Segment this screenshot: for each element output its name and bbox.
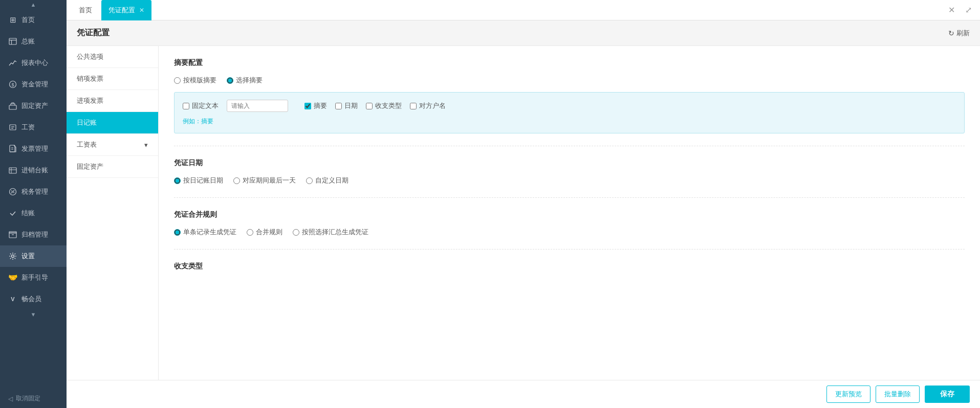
sidebar-item-payroll[interactable]: 工资 <box>0 117 67 138</box>
left-nav-item-label: 公共选项 <box>77 52 103 61</box>
left-nav-item-journal[interactable]: 日记账 <box>67 112 158 134</box>
radio-merge-rules-label: 合并规则 <box>256 228 282 237</box>
checkbox-fixed-text[interactable]: 固定文本 <box>183 101 219 110</box>
sidebar-item-reports[interactable]: 报表中心 <box>0 52 67 74</box>
svg-rect-12 <box>9 168 16 173</box>
update-preview-button[interactable]: 更新预览 <box>826 386 870 403</box>
radio-merge-rules[interactable]: 合并规则 <box>247 228 282 237</box>
sidebar-item-label: 首页 <box>21 15 35 25</box>
sidebar-item-funds[interactable]: $ 资金管理 <box>0 74 67 95</box>
home-icon: ⊞ <box>8 15 17 25</box>
svg-point-18 <box>13 192 14 193</box>
radio-select-summary-label: 选择摘要 <box>236 76 263 85</box>
sidebar-item-newbie[interactable]: 🤝 新手引导 <box>0 267 67 288</box>
merge-rules-section: 凭证合并规则 单条记录生成凭证 合并规则 按照选择汇总生成凭证 <box>174 210 965 250</box>
sidebar-item-archive[interactable]: 归档管理 <box>0 224 67 245</box>
batch-delete-button[interactable]: 批量删除 <box>876 386 920 403</box>
radio-select-summary-input[interactable] <box>227 77 233 84</box>
summary-fixed-text-input[interactable] <box>227 100 288 112</box>
refresh-button[interactable]: ↻ 刷新 <box>948 29 970 38</box>
refresh-icon: ↻ <box>948 29 954 37</box>
radio-by-journal-date-input[interactable] <box>174 177 181 184</box>
radio-template-summary-input[interactable] <box>174 77 181 84</box>
checkbox-summary[interactable]: 摘要 <box>304 101 327 110</box>
radio-by-selection-summary[interactable]: 按照选择汇总生成凭证 <box>293 228 368 237</box>
radio-merge-rules-input[interactable] <box>247 229 253 236</box>
sidebar-item-label: 总账 <box>21 37 35 46</box>
tab-voucher-config[interactable]: 凭证配置 ✕ <box>101 0 151 20</box>
summary-radio-group: 按模版摘要 选择摘要 <box>174 76 965 85</box>
sidebar-item-closing[interactable]: 结账 <box>0 202 67 224</box>
sidebar: ▲ ⊞ 首页 总账 报表中心 $ 资金管理 固定资产 工资 <box>0 0 67 408</box>
svg-point-22 <box>12 255 14 258</box>
svg-rect-0 <box>9 38 16 44</box>
left-nav-item-label: 日记账 <box>77 118 97 127</box>
tab-home[interactable]: 首页 <box>72 0 99 20</box>
left-nav-item-label: 销项发票 <box>77 74 103 83</box>
sidebar-item-tax[interactable]: 税务管理 <box>0 181 67 202</box>
sidebar-item-label: 税务管理 <box>21 187 48 196</box>
sidebar-item-settings[interactable]: 设置 <box>0 245 67 267</box>
sidebar-item-label: 归档管理 <box>21 230 48 239</box>
tab-actions: ✕ ⤢ <box>945 4 975 16</box>
chevron-down-icon: ▾ <box>144 141 148 149</box>
sidebar-item-invoice-mgmt[interactable]: 发票管理 <box>0 138 67 160</box>
sidebar-item-vip[interactable]: V 畅会员 <box>0 288 67 310</box>
radio-template-summary[interactable]: 按模版摘要 <box>174 76 216 85</box>
sidebar-item-label: 畅会员 <box>21 294 41 304</box>
left-nav-item-payroll-table[interactable]: 工资表 ▾ <box>67 134 158 156</box>
page-header: 凭证配置 ↻ 刷新 <box>67 20 980 46</box>
sidebar-scroll-down[interactable]: ▼ <box>0 310 67 319</box>
checkbox-income-expense-input[interactable] <box>366 103 373 109</box>
payroll-icon <box>8 123 17 132</box>
radio-custom-date[interactable]: 自定义日期 <box>306 176 349 185</box>
sidebar-bottom-label: 取消固定 <box>16 394 40 403</box>
voucher-date-section: 凭证日期 按日记账日期 对应期间最后一天 自定义日期 <box>174 158 965 198</box>
radio-single-record[interactable]: 单条记录生成凭证 <box>174 228 236 237</box>
tab-expand-button[interactable]: ⤢ <box>962 4 975 16</box>
sidebar-unpin[interactable]: ◁ 取消固定 <box>0 389 67 408</box>
left-nav-item-public-options[interactable]: 公共选项 <box>67 46 158 68</box>
radio-custom-date-label: 自定义日期 <box>315 176 349 185</box>
left-nav-item-label: 进项发票 <box>77 96 103 105</box>
radio-last-day-of-period[interactable]: 对应期间最后一天 <box>233 176 296 185</box>
tab-voucher-config-label: 凭证配置 <box>108 6 135 15</box>
radio-by-selection-summary-input[interactable] <box>293 229 299 236</box>
sidebar-scroll-up[interactable]: ▲ <box>0 0 67 9</box>
sidebar-item-label: 资金管理 <box>21 80 48 89</box>
radio-by-journal-date[interactable]: 按日记账日期 <box>174 176 223 185</box>
tab-close-all-button[interactable]: ✕ <box>945 4 958 16</box>
archive-icon <box>8 230 17 239</box>
checkbox-summary-input[interactable] <box>304 103 311 109</box>
tab-close-button[interactable]: ✕ <box>139 7 144 14</box>
sidebar-item-ledger[interactable]: 总账 <box>0 31 67 52</box>
sidebar-item-home[interactable]: ⊞ 首页 <box>0 9 67 31</box>
left-nav-item-purchase-invoice[interactable]: 进项发票 <box>67 90 158 112</box>
svg-rect-6 <box>10 125 16 130</box>
left-nav-item-sales-invoice[interactable]: 销项发票 <box>67 68 158 90</box>
checkbox-fixed-text-input[interactable] <box>183 103 189 109</box>
tab-home-label: 首页 <box>79 6 92 15</box>
summary-config-box: 固定文本 摘要 日期 <box>174 92 965 133</box>
radio-single-record-input[interactable] <box>174 229 181 236</box>
left-nav-item-fixed-assets-nav[interactable]: 固定资产 <box>67 156 158 178</box>
sidebar-item-label: 结账 <box>21 209 35 218</box>
save-button[interactable]: 保存 <box>925 386 970 403</box>
checkbox-income-expense[interactable]: 收支类型 <box>366 101 402 110</box>
checkbox-date-input[interactable] <box>335 103 342 109</box>
sidebar-item-purchase-sales[interactable]: 进销台账 <box>0 160 67 181</box>
checkbox-summary-label: 摘要 <box>314 101 327 110</box>
checkbox-date[interactable]: 日期 <box>335 101 358 110</box>
checkbox-counterparty-input[interactable] <box>410 103 417 109</box>
radio-select-summary[interactable]: 选择摘要 <box>227 76 263 85</box>
radio-last-day-of-period-input[interactable] <box>233 177 240 184</box>
checkbox-fixed-text-label: 固定文本 <box>192 101 219 110</box>
sidebar-item-label: 发票管理 <box>21 144 48 153</box>
page-content: 凭证配置 ↻ 刷新 公共选项 销项发票 进项发票 日记账 <box>67 20 980 408</box>
sidebar-item-fixed-assets[interactable]: 固定资产 <box>0 95 67 117</box>
voucher-date-radio-group: 按日记账日期 对应期间最后一天 自定义日期 <box>174 176 965 185</box>
radio-single-record-label: 单条记录生成凭证 <box>183 228 236 237</box>
tab-bar: 首页 凭证配置 ✕ ✕ ⤢ <box>67 0 980 20</box>
radio-custom-date-input[interactable] <box>306 177 313 184</box>
checkbox-counterparty[interactable]: 对方户名 <box>410 101 446 110</box>
